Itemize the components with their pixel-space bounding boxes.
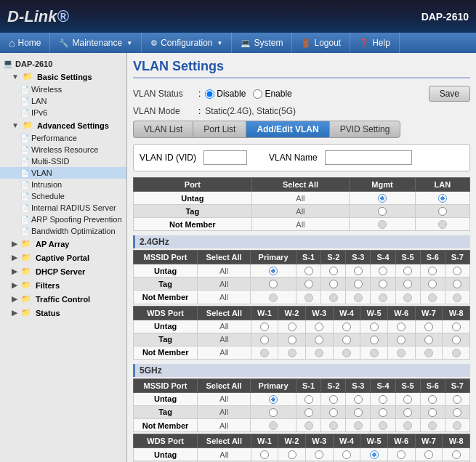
mssid24-tag-s2[interactable] (321, 277, 346, 291)
notmember-lan[interactable] (415, 218, 469, 231)
tab-vlan-list[interactable]: VLAN List (133, 121, 193, 138)
wds24-tag-all[interactable]: All (198, 333, 251, 346)
section-24ghz-title: 2.4GHz (133, 235, 470, 248)
mssid24-untag-s7[interactable] (445, 264, 469, 277)
vlan-enable-radio[interactable] (253, 89, 262, 99)
mssid5-untag-all[interactable]: All (198, 392, 251, 405)
wds5-untag-all[interactable]: All (198, 448, 251, 461)
sidebar-group-dhcp[interactable]: ▶ 📁 DHCP Server (0, 264, 126, 278)
mssid24-untag-s2[interactable] (321, 264, 346, 277)
tab-pvid-setting[interactable]: PVID Setting (329, 121, 401, 138)
mssid24-nm-s2[interactable] (321, 291, 346, 304)
vlan-id-input[interactable] (203, 150, 247, 165)
section-5ghz-title: 5GHz (133, 364, 470, 377)
nav-configuration[interactable]: ⚙ Configuration ▼ (142, 33, 232, 53)
navbar: ⌂ Home 🔧 Maintenance ▼ ⚙ Configuration ▼… (0, 33, 476, 53)
sidebar-group-basic[interactable]: ▼ 📁 Basic Settings (0, 70, 126, 84)
sidebar-item-multi-ssid[interactable]: 📄 Multi-SSID (0, 155, 126, 167)
tag-all[interactable]: All (251, 205, 350, 218)
mssid5-nm-label: Not Member (134, 419, 198, 432)
nav-logout[interactable]: 🚪 Logout (292, 33, 350, 53)
mssid24-tag-s7[interactable] (445, 277, 469, 291)
mssid24-untag-s6[interactable] (420, 264, 445, 277)
sidebar-device: 💻 DAP-2610 (0, 56, 126, 70)
vlan-disable-option[interactable]: Disable (205, 89, 246, 99)
mssid5-nm-all[interactable]: All (198, 419, 251, 432)
mssid24-untag-s1[interactable] (297, 264, 321, 277)
sidebar-item-wireless[interactable]: 📄 Wireless (0, 84, 126, 95)
mssid24-nm-s5[interactable] (395, 291, 420, 304)
expand-basic-icon: ▼ (12, 73, 19, 81)
mssid24-untag-s5[interactable] (395, 264, 420, 277)
sidebar-item-wireless-resource[interactable]: 📄 Wireless Resource (0, 144, 126, 155)
sidebar-item-intrusion[interactable]: 📄 Intrusion (0, 179, 126, 190)
vlan-disable-radio[interactable] (205, 89, 214, 99)
tab-bar: VLAN List Port List Add/Edit VLAN PVID S… (133, 121, 470, 138)
sidebar-item-internal-radius[interactable]: 📄 Internal RADIUS Server (0, 202, 126, 214)
nav-system[interactable]: 💻 System (232, 33, 292, 53)
sidebar-group-advanced[interactable]: ▼ 📁 Advanced Settings (0, 118, 126, 132)
mssid24-tag-primary[interactable] (251, 277, 297, 291)
untag-all[interactable]: All (251, 192, 350, 205)
mssid5-tag-all[interactable]: All (198, 405, 251, 418)
mssid-24-table: MSSID Port Select All Primary S-1 S-2 S-… (133, 250, 470, 304)
nav-help[interactable]: ❓ Help (350, 33, 400, 53)
sidebar-group-filters[interactable]: ▶ 📁 Filters (0, 278, 126, 292)
tag-lan[interactable] (415, 205, 469, 218)
sidebar-group-captive[interactable]: ▶ 📁 Captive Portal (0, 251, 126, 264)
mssid5-s5-header: S-5 (395, 378, 420, 392)
mssid24-untag-s4[interactable] (371, 264, 395, 277)
sidebar-item-schedule[interactable]: 📄 Schedule (0, 190, 126, 202)
mssid24-nm-s1[interactable] (297, 291, 321, 304)
wds24-w8-header: W-8 (443, 306, 470, 320)
vlan-name-input[interactable] (325, 150, 412, 165)
sidebar-group-status[interactable]: ▶ 📁 Status (0, 306, 126, 320)
sidebar-group-ap-array[interactable]: ▶ 📁 AP Array (0, 237, 126, 251)
mssid5-primary-header: Primary (251, 378, 297, 392)
mssid5-selectall-header: Select All (198, 378, 251, 392)
untag-lan[interactable] (415, 192, 469, 205)
mssid24-nm-all[interactable]: All (198, 291, 251, 304)
mssid24-tag-all[interactable]: All (198, 277, 251, 291)
lan-col-header: LAN (415, 178, 469, 192)
notmember-mgmt[interactable] (350, 218, 415, 231)
expand-ap-icon: ▶ (12, 240, 17, 248)
untag-mgmt[interactable] (350, 192, 415, 205)
mssid24-tag-s3[interactable] (346, 277, 371, 291)
sidebar-item-ipv6[interactable]: 📄 IPv6 (0, 107, 126, 118)
sidebar-item-arp-spoofing[interactable]: 📄 ARP Spoofing Prevention (0, 214, 126, 225)
sidebar-item-lan[interactable]: 📄 LAN (0, 95, 126, 107)
wds24-selectall-header: Select All (198, 306, 251, 320)
wds5-selectall-header: Select All (198, 434, 251, 448)
mssid24-nm-s3[interactable] (346, 291, 371, 304)
wds24-untag-all[interactable]: All (198, 320, 251, 333)
mssid24-tag-s4[interactable] (371, 277, 395, 291)
mssid24-nm-s7[interactable] (445, 291, 469, 304)
port-table: Port Select All Mgmt LAN Untag All Tag A… (133, 177, 470, 231)
wds5-w8-header: W-8 (443, 434, 470, 448)
mssid24-nm-s4[interactable] (371, 291, 395, 304)
tag-mgmt[interactable] (350, 205, 415, 218)
mssid24-nm-s6[interactable] (420, 291, 445, 304)
save-button-top[interactable]: Save (429, 86, 470, 102)
mssid24-tag-s6[interactable] (420, 277, 445, 291)
mssid24-untag-primary[interactable] (251, 264, 297, 277)
page-title: VLAN Settings (133, 59, 470, 78)
bw-icon: 📄 (20, 227, 29, 235)
tab-port-list[interactable]: Port List (193, 121, 246, 138)
mssid24-tag-s1[interactable] (297, 277, 321, 291)
sidebar-item-vlan[interactable]: 📄 VLAN (0, 167, 126, 179)
vlan-enable-option[interactable]: Enable (253, 89, 291, 99)
mssid24-tag-s5[interactable] (395, 277, 420, 291)
notmember-all[interactable]: All (251, 218, 350, 231)
mssid24-untag-all[interactable]: All (198, 264, 251, 277)
nav-maintenance[interactable]: 🔧 Maintenance ▼ (50, 33, 142, 53)
nav-home[interactable]: ⌂ Home (0, 33, 50, 53)
mssid24-nm-primary[interactable] (251, 291, 297, 304)
sidebar-item-performance[interactable]: 📄 Performance (0, 132, 126, 144)
mssid24-untag-s3[interactable] (346, 264, 371, 277)
sidebar-item-bandwidth-opt[interactable]: 📄 Bandwidth Optimization (0, 225, 126, 237)
tab-add-edit-vlan[interactable]: Add/Edit VLAN (246, 121, 328, 138)
sidebar-group-traffic[interactable]: ▶ 📁 Traffic Control (0, 292, 126, 306)
wds24-nm-all[interactable]: All (198, 346, 251, 359)
